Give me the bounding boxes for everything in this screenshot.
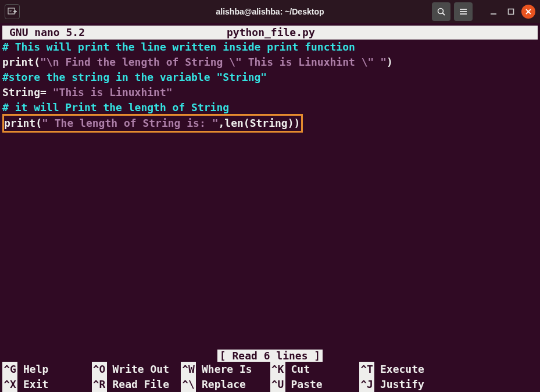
shortcut-key: ^X	[2, 377, 17, 392]
window-titlebar: >_ alishba@alishba: ~/Desktop	[0, 0, 540, 23]
shortcut-key: ^\	[181, 377, 196, 392]
search-button[interactable]	[432, 2, 450, 21]
code-comment: # This will print the line written insid…	[2, 41, 355, 53]
svg-line-5	[443, 13, 445, 16]
shortcut-key: ^W	[181, 362, 196, 377]
nano-app-label: GNU nano 5.2	[2, 26, 85, 40]
minimize-icon	[490, 8, 497, 15]
code-text: print(	[2, 56, 40, 68]
editor-content[interactable]: # This will print the line written insid…	[2, 40, 538, 133]
shortcut-label: Replace	[196, 377, 246, 392]
menu-button[interactable]	[454, 2, 473, 21]
maximize-icon	[507, 8, 514, 15]
shortcut-key: ^O	[92, 362, 107, 377]
shortcut-label: Execute	[374, 362, 424, 377]
shortcut-label: Read File	[107, 377, 170, 392]
shortcut-justify: ^JJustify	[359, 377, 449, 392]
svg-rect-10	[509, 9, 514, 15]
shortcut-writeout: ^OWrite Out	[92, 362, 181, 377]
shortcut-execute: ^TExecute	[359, 362, 449, 377]
maximize-button[interactable]	[504, 5, 518, 19]
code-text: String=	[2, 86, 53, 98]
code-string: " The length of String is: "	[42, 117, 218, 129]
shortcut-help: ^GHelp	[2, 362, 92, 377]
nano-filename: python_file.py	[227, 26, 315, 40]
svg-point-4	[438, 9, 444, 14]
shortcut-paste: ^UPaste	[270, 377, 360, 392]
minimize-button[interactable]	[487, 5, 500, 19]
shortcut-cut: ^KCut	[270, 362, 360, 377]
nano-status-line: [ Read 6 lines ]	[0, 350, 540, 362]
shortcut-readfile: ^RRead File	[92, 377, 181, 392]
shortcut-key: ^G	[2, 362, 17, 377]
shortcut-key: ^T	[359, 362, 374, 377]
shortcut-exit: ^XExit	[2, 377, 92, 392]
nano-shortcuts: ^GHelp ^OWrite Out ^WWhere Is ^KCut ^TEx…	[2, 362, 538, 392]
terminal-plus-icon: >_	[8, 7, 17, 16]
shortcut-label: Write Out	[107, 362, 170, 377]
shortcut-key: ^K	[270, 362, 285, 377]
code-string: "This is Linuxhint"	[53, 86, 173, 98]
shortcut-label: Justify	[374, 377, 424, 392]
nano-titlebar: GNU nano 5.2 python_file.py	[2, 26, 538, 40]
shortcut-key: ^U	[270, 377, 285, 392]
svg-text:>_: >_	[9, 9, 15, 13]
shortcut-label: Cut	[285, 362, 310, 377]
search-icon	[437, 7, 446, 16]
close-button[interactable]	[521, 5, 535, 19]
shortcut-label: Help	[17, 362, 48, 377]
new-tab-button[interactable]: >_	[5, 4, 20, 19]
shortcut-label: Where Is	[196, 362, 252, 377]
code-text: )	[387, 56, 393, 68]
shortcut-replace: ^\Replace	[181, 377, 270, 392]
shortcut-key: ^J	[359, 377, 374, 392]
code-string: "\n Find the length of String \" This is…	[40, 56, 387, 68]
nano-status-text: [ Read 6 lines ]	[217, 350, 323, 362]
code-comment: # it will Print the length of String	[2, 101, 229, 113]
close-icon	[525, 9, 531, 15]
code-text: ,len(String))	[218, 117, 300, 129]
shortcut-whereis: ^WWhere Is	[181, 362, 270, 377]
code-comment: #store the string in the variable "Strin…	[2, 71, 267, 83]
window-title: alishba@alishba: ~/Desktop	[216, 7, 324, 16]
shortcut-key: ^R	[92, 377, 107, 392]
shortcut-label: Exit	[17, 377, 48, 392]
hamburger-icon	[459, 7, 468, 16]
code-text: print(	[4, 117, 42, 129]
shortcut-label: Paste	[285, 377, 323, 392]
highlighted-line: print(" The length of String is: ",len(S…	[2, 114, 303, 133]
terminal-area[interactable]: GNU nano 5.2 python_file.py # This will …	[0, 23, 540, 392]
